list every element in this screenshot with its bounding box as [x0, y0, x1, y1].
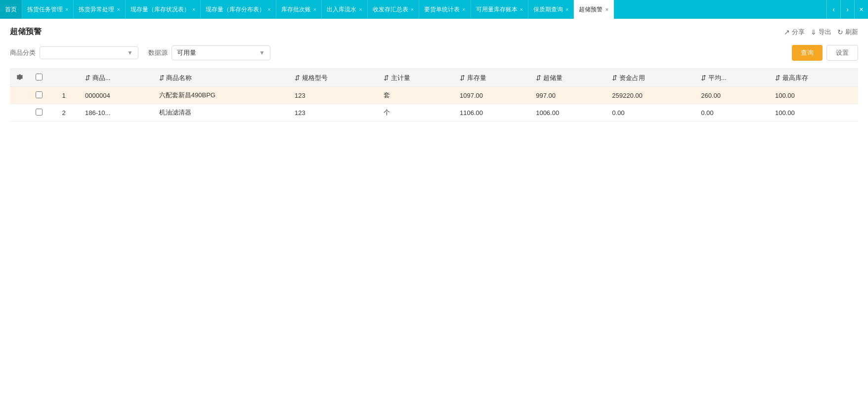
row-product-name-0: 六配套新昌490BPG: [153, 87, 289, 104]
nav-label-6: 出入库流水: [327, 5, 356, 14]
nav-label-5: 库存批次账: [281, 5, 311, 14]
nav-close-6[interactable]: ×: [359, 6, 362, 12]
nav-close-5[interactable]: ×: [313, 6, 316, 12]
table-row: 1 0000004 六配套新昌490BPG 123 套 1097.00 997.…: [10, 87, 858, 104]
row-product-code-1: 186-10...: [79, 104, 153, 121]
nav-item-5[interactable]: 库存批次账 ×: [276, 0, 322, 19]
nav-item-7[interactable]: 收发存汇总表 ×: [368, 0, 419, 19]
th-checkbox: [30, 69, 48, 87]
nav-prev-button[interactable]: ‹: [826, 0, 840, 19]
category-filter: 商品分类 ▼: [10, 46, 138, 59]
row-select-0[interactable]: [36, 91, 43, 98]
nav-label-7: 收发存汇总表: [373, 5, 408, 14]
gear-icon[interactable]: [16, 73, 24, 81]
share-icon: ↗: [784, 28, 790, 36]
nav-item-11[interactable]: 超储预警 ×: [574, 0, 613, 19]
nav-item-6[interactable]: 出入库流水 ×: [322, 0, 367, 19]
row-overstock-1: 1006.00: [530, 104, 606, 121]
nav-label-8: 要货单统计表: [424, 5, 460, 14]
nav-close-9[interactable]: ×: [520, 6, 523, 12]
nav-label-1: 拣货任务管理: [27, 5, 63, 14]
nav-item-3[interactable]: 现存量（库存状况表） ×: [126, 0, 201, 19]
select-all-checkbox[interactable]: [36, 74, 43, 80]
category-chevron-icon: ▼: [127, 49, 133, 56]
nav-item-2[interactable]: 拣货异常处理 ×: [74, 0, 125, 19]
nav-close-8[interactable]: ×: [462, 6, 465, 12]
row-gear-1: [10, 104, 30, 121]
nav-item-home[interactable]: 首页: [0, 0, 22, 19]
nav-close-button[interactable]: ×: [854, 0, 868, 19]
th-index: [48, 69, 79, 87]
nav-close-11[interactable]: ×: [605, 6, 608, 12]
nav-close-1[interactable]: ×: [65, 6, 68, 12]
nav-close-2[interactable]: ×: [117, 6, 120, 12]
th-overstock: ⇵ 超储量: [530, 69, 606, 87]
data-table: ⇵ 商品... ⇵ 商品名称 ⇵ 规格型号 ⇵ 主计量 ⇵ 库存量: [10, 69, 858, 121]
nav-label-10: 保质期查询: [533, 5, 563, 14]
share-button[interactable]: ↗ 分享: [784, 28, 805, 37]
row-avg-1: 0.00: [695, 104, 769, 121]
settings-button[interactable]: 设置: [826, 45, 858, 61]
nav-close-4[interactable]: ×: [267, 6, 270, 12]
table-row: 2 186-10... 机油滤清器 123 个 1106.00 1006.00 …: [10, 104, 858, 121]
page-content: 超储预警 ↗ 分享 ⇓ 导出 ↻ 刷新 商品分类 ▼ 数据源: [0, 19, 868, 395]
nav-bar: 首页 拣货任务管理 × 拣货异常处理 × 现存量（库存状况表） × 现存量（库存…: [0, 0, 868, 19]
category-label: 商品分类: [10, 48, 36, 57]
nav-close-3[interactable]: ×: [192, 6, 195, 12]
row-product-code-0: 0000004: [79, 87, 153, 104]
page-title: 超储预警: [10, 27, 42, 37]
th-unit: ⇵ 主计量: [378, 69, 454, 87]
row-capital-1: 0.00: [606, 104, 695, 121]
th-max-stock: ⇵ 最高库存: [769, 69, 858, 87]
filter-actions: 查询 设置: [792, 45, 858, 61]
nav-item-1[interactable]: 拣货任务管理 ×: [22, 0, 74, 19]
datasource-select[interactable]: 可用量 ▼: [172, 45, 270, 60]
nav-label-11: 超储预警: [579, 5, 603, 14]
refresh-icon: ↻: [837, 28, 843, 36]
nav-close-10[interactable]: ×: [565, 6, 568, 12]
row-unit-0: 套: [378, 87, 454, 104]
export-label: 导出: [819, 28, 831, 37]
nav-label-2: 拣货异常处理: [79, 5, 114, 14]
th-product-code: ⇵ 商品...: [79, 69, 153, 87]
nav-arrows: ‹ › ×: [826, 0, 868, 19]
row-spec-1: 123: [289, 104, 378, 121]
refresh-label: 刷新: [845, 28, 858, 37]
row-max-stock-0: 100.00: [769, 87, 858, 104]
row-max-stock-1: 100.00: [769, 104, 858, 121]
nav-item-4[interactable]: 现存量（库存分布表） ×: [201, 0, 276, 19]
row-index-1: 2: [48, 104, 79, 121]
row-spec-0: 123: [289, 87, 378, 104]
row-overstock-0: 997.00: [530, 87, 606, 104]
filter-row: 商品分类 ▼ 数据源 可用量 ▼ 查询 设置: [10, 45, 858, 61]
export-button[interactable]: ⇓ 导出: [811, 28, 831, 37]
datasource-label: 数据源: [148, 48, 168, 57]
export-icon: ⇓: [811, 28, 817, 36]
nav-label-3: 现存量（库存状况表）: [130, 5, 190, 14]
title-actions: ↗ 分享 ⇓ 导出 ↻ 刷新: [784, 28, 858, 37]
refresh-button[interactable]: ↻ 刷新: [837, 28, 858, 37]
query-button[interactable]: 查询: [792, 45, 823, 61]
th-product-name: ⇵ 商品名称: [153, 69, 289, 87]
nav-label-9: 可用量库存账本: [476, 5, 518, 14]
nav-next-button[interactable]: ›: [840, 0, 854, 19]
category-select[interactable]: ▼: [40, 46, 138, 59]
nav-item-10[interactable]: 保质期查询 ×: [528, 0, 574, 19]
row-select-1[interactable]: [36, 109, 43, 116]
row-unit-1: 个: [378, 104, 454, 121]
nav-item-9[interactable]: 可用量库存账本 ×: [471, 0, 528, 19]
datasource-value: 可用量: [177, 48, 196, 57]
nav-close-7[interactable]: ×: [411, 6, 414, 12]
th-capital: ⇵ 资金占用: [606, 69, 695, 87]
table-header-row: ⇵ 商品... ⇵ 商品名称 ⇵ 规格型号 ⇵ 主计量 ⇵ 库存量: [10, 69, 858, 87]
page-title-row: 超储预警 ↗ 分享 ⇓ 导出 ↻ 刷新: [10, 27, 858, 37]
row-checkbox-1[interactable]: [30, 104, 48, 121]
row-avg-0: 260.00: [695, 87, 769, 104]
th-stock: ⇵ 库存量: [454, 69, 530, 87]
th-avg: ⇵ 平均...: [695, 69, 769, 87]
th-gear: [10, 69, 30, 87]
nav-item-8[interactable]: 要货单统计表 ×: [419, 0, 471, 19]
row-checkbox-0[interactable]: [30, 87, 48, 104]
row-gear-0: [10, 87, 30, 104]
row-product-name-1: 机油滤清器: [153, 104, 289, 121]
